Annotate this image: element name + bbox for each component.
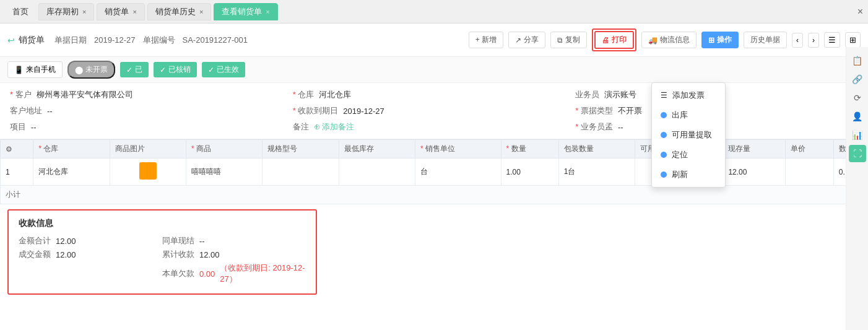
share-button[interactable]: ↗ 分享 [508,32,545,48]
main-close-button[interactable]: × [857,6,863,17]
total-amount-label: 金额合计 [19,235,51,246]
from-phone-label: 来自手机 [26,64,56,75]
col-min-stock: 最低库存 [339,140,415,158]
tab-home[interactable]: 首页 [5,3,36,20]
logistics-button[interactable]: 🚚 物流信息 [641,32,697,48]
history-button[interactable]: 历史单据 [744,32,787,48]
logistics-label: 物流信息 [660,35,690,45]
close-view-sales-icon[interactable]: × [266,8,269,15]
prev-button[interactable]: ‹ [792,33,803,48]
payment-info-right: 同单现结 -- 累计收款 12.00 本单欠款 0.00 （收款到期日: 201… [162,234,306,286]
canceled-label: 已核销 [168,64,191,75]
payment-date-label: 收款到期日 [293,105,339,116]
next-button[interactable]: › [808,33,819,48]
total-amount-row: 金额合计 12.00 [19,234,162,248]
add-note-button[interactable]: ⊕ 添加备注 [314,121,355,132]
print-icon: 🖨 [602,36,609,45]
outbound-label: 出库 [672,110,688,121]
check-button[interactable]: ✓ 已 [120,62,149,77]
dropdown-available-qty[interactable]: 可用量提取 [652,125,725,145]
tab-sales-order[interactable]: 销货单 × [97,3,144,20]
warehouse-value: 河北仓库 [319,89,351,100]
col-product: 商品 [186,140,262,158]
tab-inventory-init[interactable]: 库存期初 × [38,3,94,20]
row-min-stock [339,158,415,186]
inventory-init-label: 库存期初 [46,6,79,17]
grid-view-button[interactable]: ⊞ [845,32,861,48]
from-phone-button[interactable]: 📱 来自手机 [7,61,63,78]
copy-button[interactable]: ⧉ 复制 [550,32,587,48]
effective-button[interactable]: ✓ 已生效 [202,62,245,77]
payment-info-title: 收款信息 [19,218,306,229]
operate-button[interactable]: ⊞ 操作 [701,32,739,48]
customer-label: 客户 [10,89,32,100]
new-button[interactable]: + 新增 [469,32,503,48]
col-price: 单价 [786,140,834,158]
right-sidebar: 📋 🔗 ⟳ 👤 📊 ⛶ [846,47,868,330]
same-order-value: -- [199,237,205,246]
transaction-row: 成交金额 12.00 [19,248,162,261]
project-row: 项目 -- [10,121,293,132]
list-view-button[interactable]: ☰ [824,32,840,48]
check-label: 已 [135,64,142,75]
close-inventory-init-icon[interactable]: × [82,8,86,15]
note-label: 备注 [293,121,309,132]
transaction-label: 成交金额 [19,249,51,260]
row-num: 1 [1,158,33,186]
dropdown-add-invoice[interactable]: ☰ 添加发票 [652,85,725,105]
col-unit: 销售单位 [415,140,501,158]
address-value: -- [47,106,53,116]
add-invoice-label: 添加发票 [672,90,705,101]
dropdown-outbound[interactable]: 出库 [652,105,725,125]
col-spec: 规格型号 [263,140,339,158]
row-warehouse: 河北仓库 [33,158,110,186]
tab-sales-history[interactable]: 销货单历史 × [147,3,211,20]
warehouse-row: 仓库 河北仓库 [293,89,576,100]
number-value: SA-20191227-001 [183,35,248,45]
ticket-type-label: 票据类型 [575,105,613,116]
unopened-button[interactable]: ⬤ 未开票 [67,61,115,79]
main-content: ↩ 销货单 单据日期 2019-12-27 单据编号 SA-20191227-0… [0,24,868,330]
customer-row: 客户 柳州粤港平安气体有限公司 [10,89,293,100]
sidebar-icon-expand[interactable]: ⛶ [849,145,866,162]
locate-label: 定位 [672,149,688,160]
sidebar-icon-doc[interactable]: 📋 [849,52,866,69]
same-order-row: 同单现结 -- [162,234,306,248]
date-value: 2019-12-27 [94,35,136,45]
print-label: 打印 [612,35,627,45]
locate-dot [661,152,667,158]
owe-row: 本单欠款 0.00 （收款到期日: 2019-12-27） [162,261,306,286]
sidebar-icon-chart[interactable]: 📊 [849,126,866,144]
dropdown-locate[interactable]: 定位 [652,145,725,165]
address-label: 客户地址 [10,105,42,116]
col-settings[interactable]: ⚙ [1,140,33,158]
canceled-button[interactable]: ✓ 已核销 [154,62,197,77]
sidebar-icon-user[interactable]: 👤 [849,108,866,125]
close-sales-history-icon[interactable]: × [199,8,203,15]
dropdown-refresh[interactable]: 刷新 [652,165,725,185]
tab-view-sales[interactable]: 查看销货单 × [214,3,277,20]
total-amount-value: 12.00 [56,237,76,246]
copy-label: 复制 [565,35,580,45]
available-qty-dot [661,132,667,138]
payment-date-row: 收款到期日 2019-12-27 [293,105,576,116]
cumulative-value: 12.00 [199,250,220,259]
table-row: 1 河北仓库 嘻嘻嘻嘻 台 1.00 1台 12.00 0. [1,158,868,186]
copy-icon: ⧉ [557,36,563,45]
print-button-wrapper: 🖨 打印 [592,28,636,51]
sidebar-icon-refresh[interactable]: ⟳ [849,89,866,106]
date-label: 单据日期 [54,35,87,46]
table-scroll-area[interactable]: ⚙ 仓库 商品图片 商品 规格型号 最低库存 销售单位 数量 包装数量 可用量（… [0,139,868,204]
add-note-label: 添加备注 [322,122,354,131]
refresh-label: 刷新 [672,169,688,180]
print-button[interactable]: 🖨 打印 [594,31,634,49]
transaction-value: 12.00 [56,250,76,259]
close-sales-order-icon[interactable]: × [132,8,136,15]
unopened-label: 未开票 [85,64,108,75]
sales-history-label: 销货单历史 [155,6,196,17]
check-icon: ✓ [126,66,132,74]
sidebar-icon-link[interactable]: 🔗 [849,71,866,88]
owe-value: 0.00 [199,269,215,279]
project-label: 项目 [10,121,26,132]
payment-info-grid: 金额合计 12.00 成交金额 12.00 同单现结 -- 累计收款 12.00 [19,234,306,286]
